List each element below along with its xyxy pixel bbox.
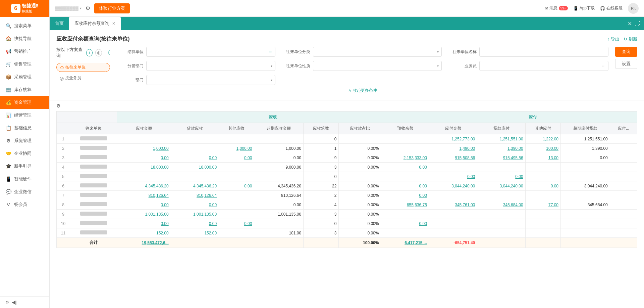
sidebar-item-system[interactable]: ⚙ 系统管理: [0, 134, 49, 147]
guide-icon: 🎓: [5, 164, 11, 169]
dots-icon-staff[interactable]: ···: [602, 63, 605, 68]
sidebar-item-finance[interactable]: 💰 资金管理: [0, 96, 49, 109]
scheme-icon-staff: ◎: [60, 76, 64, 81]
sidebar-item-quicknav[interactable]: 🏠 快捷导航: [0, 32, 49, 45]
sidebar-item-label: 经营管理: [14, 112, 32, 118]
tab-home[interactable]: 首页: [50, 17, 69, 30]
sidebar-item-vip[interactable]: V 畅会员: [0, 198, 49, 211]
filter-input-name[interactable]: [479, 47, 608, 57]
filter-input-settlement[interactable]: ···: [146, 47, 275, 57]
filter-select-dept[interactable]: ▾: [146, 61, 275, 71]
sidebar-item-hardware[interactable]: 📱 智能硬件: [0, 173, 49, 185]
col-ap-loan: 贷款应付: [477, 123, 525, 134]
sidebar-item-purchase[interactable]: 📦 采购管理: [0, 71, 49, 83]
filter-label: 按以下方案查询: [56, 47, 84, 59]
tab-close-all-icon[interactable]: ✕: [628, 20, 632, 27]
table-row: 30.000.000.000.0090.00%2,153,333.00915,5…: [57, 153, 637, 163]
filter-row-depart: 部门 ▾: [117, 75, 275, 85]
sidebar-item-sales[interactable]: 🛒 销售管理: [0, 58, 49, 71]
sidebar-item-label: 智能硬件: [14, 176, 32, 182]
total-ap-amount: -654,751.40: [429, 238, 477, 248]
page-header: 应收应付余额查询(按往来单位) ↑ 导出 ↻ 刷新: [50, 30, 644, 47]
tab-bar: 首页 应收应付余额查询 ✕ ✕ ⛶: [50, 17, 644, 30]
hardware-icon: 📱: [5, 176, 11, 182]
app-name: 畅捷通8: [22, 3, 39, 9]
app-download-button[interactable]: 📱 App下载: [573, 5, 595, 11]
table-row: 418,000.0018,000.009,000.0030.00%0.00: [57, 163, 637, 172]
filter-row-dept: 分管部门 ▾: [117, 61, 275, 71]
settings-button[interactable]: 设置: [615, 59, 637, 69]
table-row: 11152.00152.00101.0030.00%: [57, 228, 637, 238]
sidebar-item-operation[interactable]: 📊 经营管理: [0, 109, 49, 122]
sidebar-item-marketing[interactable]: 📢 营销推广: [0, 45, 49, 58]
collapse-icon[interactable]: ◀‖: [12, 300, 17, 305]
query-buttons: 查询 设置: [615, 47, 637, 69]
filter-label-nature: 往来单位性质: [283, 63, 310, 69]
header-actions: ✉ 消息 99+ 📱 App下载 🎧 在线客服 Rit: [545, 3, 639, 14]
filter-section: 按以下方案查询 + ◎ 《 ⊙ 按往来单位 ◎: [50, 47, 644, 100]
export-button[interactable]: ↑ 导出: [607, 36, 620, 42]
user-avatar[interactable]: Rit: [628, 3, 639, 14]
filter-select-nature[interactable]: ▾: [313, 61, 442, 71]
dots-icon-settlement[interactable]: ···: [269, 49, 272, 54]
page-header-actions: ↑ 导出 ↻ 刷新: [607, 36, 638, 42]
solution-button[interactable]: 体验行业方案: [94, 3, 130, 13]
settings-icon[interactable]: ⚙: [5, 300, 9, 305]
app-edition: 标准版: [22, 9, 39, 14]
operation-icon: 📊: [5, 113, 11, 118]
query-button[interactable]: 查询: [615, 47, 637, 57]
refresh-button[interactable]: ↻ 刷新: [624, 36, 637, 42]
breadcrumb-text: ▓▓▓▓▓▓▓▓: [55, 6, 78, 11]
tab-maximize-icon[interactable]: ⛶: [635, 20, 640, 27]
filter-settings-button[interactable]: ◎: [95, 49, 102, 56]
filter-expand-icon[interactable]: 《: [105, 49, 110, 56]
service-icon: 🎧: [600, 6, 605, 11]
system-icon: ⚙: [5, 138, 11, 143]
filter-select-category[interactable]: ▾: [313, 47, 442, 57]
filter-scheme-partner[interactable]: ⊙ 按往来单位: [56, 63, 110, 72]
main-content: 应收应付余额查询(按往来单位) ↑ 导出 ↻ 刷新 按以下方案查询: [50, 30, 644, 308]
tab-close-icon[interactable]: ✕: [112, 21, 115, 26]
filter-row-settlement: 结算单位 ···: [117, 47, 275, 57]
sidebar-item-search[interactable]: 🔍 搜索菜单: [0, 19, 49, 32]
tab-ar-ap[interactable]: 应收应付余额查询 ✕: [69, 17, 121, 30]
search-icon: 🔍: [5, 23, 11, 29]
col-ar-amount: 应收金额: [117, 123, 171, 134]
vip-icon: V: [5, 202, 11, 207]
table-row: 7810,126.64810,126.64810,126.6420.00%0.0…: [57, 191, 637, 200]
messages-label: 消息: [549, 5, 557, 11]
filter-row-category: 往来单位分类 ▾: [283, 47, 442, 57]
filter-select-depart[interactable]: ▾: [146, 75, 275, 85]
message-icon: ✉: [545, 6, 548, 11]
total-ar-amount: 19,553,472,6...: [117, 238, 171, 248]
filter-label-dept: 分管部门: [117, 63, 144, 69]
sidebar-item-guide[interactable]: 🎓 新手引导: [0, 160, 49, 173]
sidebar-item-inventory[interactable]: 🏢 库存核算: [0, 83, 49, 96]
collapse-icon: ∧: [348, 88, 352, 93]
basic-icon: 📋: [5, 125, 11, 131]
collapse-button[interactable]: ∧ 收起更多条件: [117, 85, 608, 96]
tab-bar-actions: ✕ ⛶: [628, 20, 644, 27]
filter-add-button[interactable]: +: [86, 49, 93, 56]
filter-scheme-staff[interactable]: ◎ 按业务员: [56, 74, 110, 82]
total-ar-ratio: 100.00%: [339, 238, 381, 248]
table-row: 100.000.000.0000.00%0.00: [57, 219, 637, 228]
filter-label-category: 往来单位分类: [283, 49, 310, 55]
sidebar-item-basic[interactable]: 📋 基础信息: [0, 122, 49, 134]
col-ap-amount: 应付金额: [429, 123, 477, 134]
filter-grid: 结算单位 ··· 往来单位分类 ▾: [117, 47, 608, 85]
sidebar-item-label: 新手引导: [14, 163, 32, 169]
online-service-button[interactable]: 🎧 在线客服: [600, 5, 623, 11]
header-gear-icon[interactable]: ⚙: [86, 5, 90, 11]
messages-button[interactable]: ✉ 消息 99+: [545, 5, 568, 11]
sidebar-item-wechat[interactable]: 💬 企业微信: [0, 185, 49, 198]
header: ▓▓▓▓▓▓▓▓ ▾ ⚙ 体验行业方案 ✉ 消息 99+ 📱 App下载 🎧 在…: [50, 0, 644, 17]
filter-input-staff[interactable]: ···: [479, 61, 608, 71]
page-title: 应收应付余额查询(按往来单位): [56, 36, 130, 43]
sidebar-item-enterprise[interactable]: 🤝 企业协同: [0, 147, 49, 160]
chevron-down-icon-dept: ▾: [271, 64, 272, 68]
table-config-icon[interactable]: ⚙: [56, 103, 61, 108]
filter-top: 按以下方案查询 + ◎ 《: [56, 47, 110, 59]
purchase-icon: 📦: [5, 74, 11, 80]
filter-row-staff: 业务员 ···: [450, 61, 608, 71]
